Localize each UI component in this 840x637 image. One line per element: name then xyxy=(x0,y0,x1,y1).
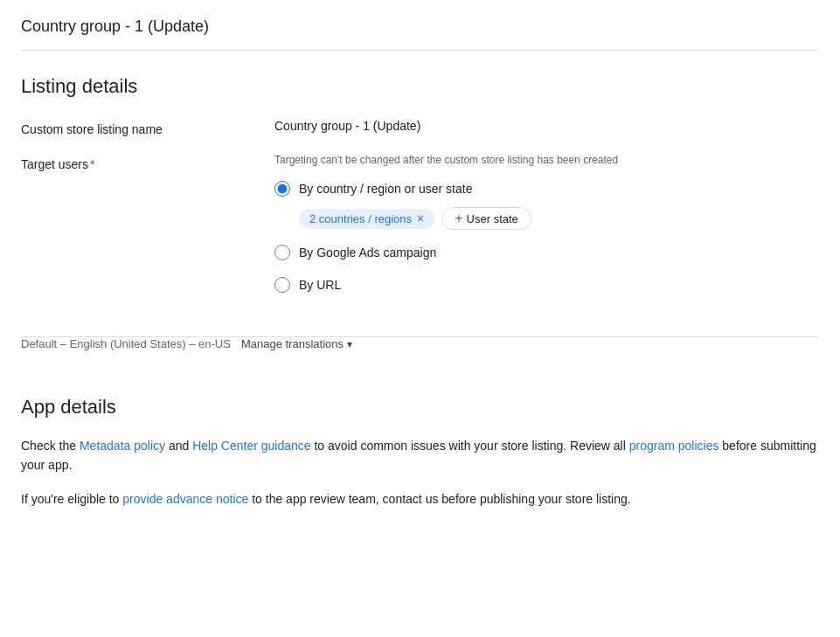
help-center-link[interactable]: Help Center guidance xyxy=(192,439,310,453)
advance-notice-link[interactable]: provide advance notice xyxy=(122,492,248,506)
app-details-section: App details Check the Metadata policy an… xyxy=(21,371,819,509)
app-details-title: App details xyxy=(21,396,819,419)
radio-group: By country / region or user state 2 coun… xyxy=(274,180,819,294)
add-user-state-label: User state xyxy=(467,212,518,225)
listing-details-title: Listing details xyxy=(21,75,819,98)
required-marker: * xyxy=(90,157,94,171)
targeting-note: Targeting can't be changed after the cus… xyxy=(274,154,819,166)
page-container: Country group - 1 (Update) Listing detai… xyxy=(0,0,840,509)
program-policies-link[interactable]: program policies xyxy=(629,439,719,453)
radio-country-label[interactable]: By country / region or user state xyxy=(299,180,472,198)
translations-row: Default – English (United States) – en-U… xyxy=(21,337,819,350)
radio-google-ads-input[interactable] xyxy=(274,245,290,260)
radio-country-input[interactable] xyxy=(274,181,290,197)
custom-name-label: Custom store listing name xyxy=(21,119,274,136)
chevron-down-icon: ▾ xyxy=(347,338,352,350)
radio-url-label[interactable]: By URL xyxy=(299,276,341,294)
app-details-info-2: If you're eligible to provide advance no… xyxy=(21,489,819,509)
tags-row: 2 countries / regions × + User state xyxy=(299,207,819,230)
custom-name-row: Custom store listing name Country group … xyxy=(21,119,819,136)
app-details-info-1: Check the Metadata policy and Help Cente… xyxy=(21,436,819,475)
target-users-value: Targeting can't be changed after the cus… xyxy=(274,154,819,294)
custom-name-value: Country group - 1 (Update) xyxy=(274,119,819,133)
listing-details-section: Listing details Custom store listing nam… xyxy=(21,51,819,337)
countries-tag: 2 countries / regions × xyxy=(299,209,434,229)
radio-option-url: By URL xyxy=(274,276,819,294)
tag-close-icon[interactable]: × xyxy=(417,212,424,225)
page-title: Country group - 1 (Update) xyxy=(21,17,819,36)
manage-translations-button[interactable]: Manage translations ▾ xyxy=(241,337,352,350)
plus-icon: + xyxy=(455,211,462,225)
radio-url-input[interactable] xyxy=(274,277,290,293)
metadata-policy-link[interactable]: Metadata policy xyxy=(80,439,165,453)
tag-label: 2 countries / regions xyxy=(309,212,412,225)
manage-translations-label: Manage translations xyxy=(241,337,344,350)
add-user-state-button[interactable]: + User state xyxy=(441,207,531,230)
target-users-label: Target users* xyxy=(21,154,274,171)
radio-option-country: By country / region or user state 2 coun… xyxy=(274,180,819,230)
default-language-text: Default – English (United States) – en-U… xyxy=(21,337,231,350)
radio-option-google-ads: By Google Ads campaign xyxy=(274,244,819,262)
page-header: Country group - 1 (Update) xyxy=(21,0,819,51)
radio-google-ads-label[interactable]: By Google Ads campaign xyxy=(299,244,436,262)
target-users-row: Target users* Targeting can't be changed… xyxy=(21,154,819,294)
